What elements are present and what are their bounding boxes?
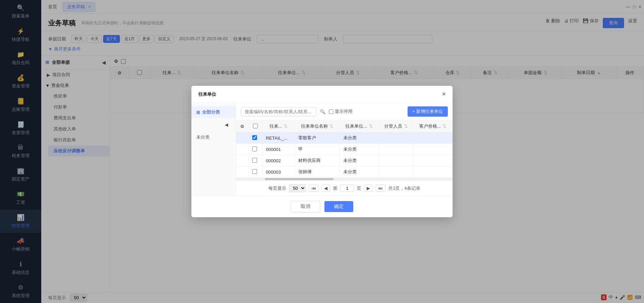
counterparty-modal: 往来单位 × ⊞ 全部分类 ◀ 未分类 bbox=[191, 86, 453, 217]
add-counterparty-btn[interactable]: + 新增往来单位 bbox=[408, 106, 448, 117]
modal-per-page-select[interactable]: 50 bbox=[289, 184, 306, 192]
modal-table-wrapper: ⚙ 往来... ⇅ 往来单位名称 ⇅ 往来单位... ⇅ 分管人员 ⇅ 客户价格… bbox=[236, 120, 453, 178]
cancel-button[interactable]: 取消 bbox=[291, 201, 320, 212]
modal-col-checkbox bbox=[249, 120, 263, 132]
show-disabled-label: 显示停用 bbox=[329, 108, 353, 115]
last-page-btn[interactable]: ⏭ bbox=[376, 185, 386, 192]
modal-table-row[interactable]: 000003 张師傅 未分类 bbox=[236, 166, 453, 178]
modal-table-row[interactable]: 000001 甲 未分类 bbox=[236, 144, 453, 155]
modal-table-row[interactable]: RETAIL_... 零散客户 未分类 bbox=[236, 132, 453, 144]
modal-sidebar: ⊞ 全部分类 ◀ 未分类 bbox=[191, 103, 236, 196]
modal-sidebar-collapse-btn[interactable]: ◀ bbox=[220, 119, 233, 130]
modal-close-btn[interactable]: × bbox=[442, 91, 446, 98]
row-2-checkbox[interactable] bbox=[252, 147, 257, 151]
page-label: 第 bbox=[333, 185, 337, 191]
first-page-btn[interactable]: ⏮ bbox=[309, 185, 319, 192]
modal-scrollbar[interactable] bbox=[236, 178, 453, 180]
prev-page-btn[interactable]: ◀ bbox=[321, 185, 330, 192]
modal-table: ⚙ 往来... ⇅ 往来单位名称 ⇅ 往来单位... ⇅ 分管人员 ⇅ 客户价格… bbox=[236, 120, 453, 178]
modal-table-row[interactable]: 000002 材料供应商 未分类 bbox=[236, 155, 453, 166]
total-text: 共1页，4条记录 bbox=[388, 185, 420, 191]
modal-col-category[interactable]: 往来单位... ⇅ bbox=[340, 120, 378, 132]
modal-header: 往来单位 × bbox=[191, 86, 453, 103]
modal-footer: 取消 确定 bbox=[191, 196, 453, 217]
next-page-btn[interactable]: ▶ bbox=[364, 185, 373, 192]
modal-body: ⊞ 全部分类 ◀ 未分类 🔍 显示停用 bbox=[191, 103, 453, 196]
row-4-checkbox[interactable] bbox=[252, 169, 257, 174]
modal-header-checkbox[interactable] bbox=[253, 124, 258, 128]
grid-icon-modal: ⊞ bbox=[196, 110, 200, 115]
modal-col-price[interactable]: 客户价格... ⇅ bbox=[413, 120, 453, 132]
modal-title: 往来单位 bbox=[198, 91, 216, 97]
search-icon[interactable]: 🔍 bbox=[320, 109, 325, 114]
page-number-input[interactable] bbox=[340, 185, 354, 192]
page-suffix: 页 bbox=[357, 185, 361, 191]
modal-col-manager[interactable]: 分管人员 ⇅ bbox=[379, 120, 413, 132]
modal-overlay: 往来单位 × ⊞ 全部分类 ◀ 未分类 bbox=[0, 0, 644, 303]
modal-pagination: 每页显示 50 ⏮ ◀ 第 页 ▶ ⏭ 共1页，4条记录 bbox=[236, 180, 453, 196]
modal-main: 🔍 显示停用 + 新增往来单位 ⚙ 往来... ⇅ bbox=[236, 103, 453, 196]
row-1-checkbox[interactable] bbox=[252, 135, 257, 140]
show-disabled-checkbox[interactable] bbox=[329, 109, 333, 114]
modal-toolbar: 🔍 显示停用 + 新增往来单位 bbox=[236, 103, 453, 120]
modal-col-settings: ⚙ bbox=[236, 120, 249, 132]
modal-col-name[interactable]: 往来单位名称 ⇅ bbox=[295, 120, 340, 132]
row-3-checkbox[interactable] bbox=[252, 158, 257, 163]
modal-search-input[interactable] bbox=[241, 107, 317, 116]
confirm-button[interactable]: 确定 bbox=[324, 201, 353, 212]
modal-sidebar-all-category[interactable]: ⊞ 全部分类 bbox=[191, 106, 236, 118]
modal-scrollbar-thumb bbox=[265, 178, 334, 180]
modal-col-code[interactable]: 往来... ⇅ bbox=[262, 120, 295, 132]
modal-sidebar-unclassified[interactable]: 未分类 bbox=[191, 131, 236, 143]
per-page-label: 每页显示 bbox=[268, 185, 286, 191]
